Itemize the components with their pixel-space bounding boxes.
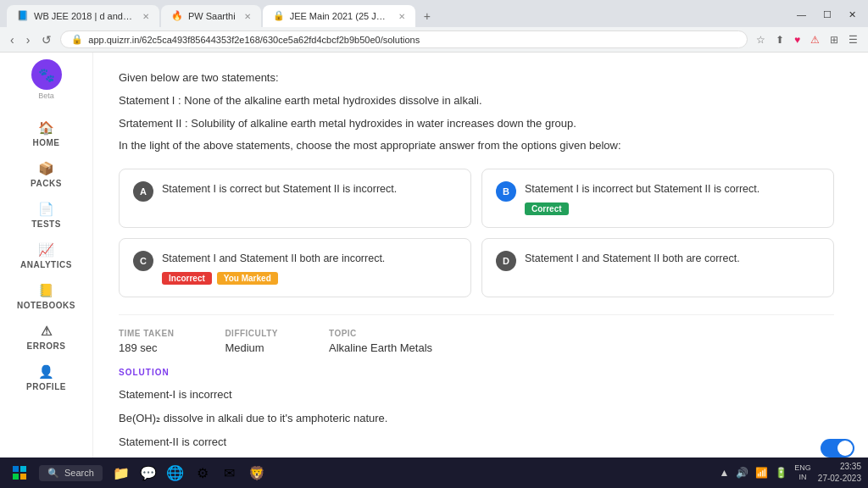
tab3-label: JEE Main 2021 (25 Jul Shift 1) - Q... bbox=[290, 11, 390, 21]
option-c[interactable]: C Statement I and Statement II both are … bbox=[119, 238, 471, 297]
alert-icon[interactable]: ⚠ bbox=[807, 32, 823, 47]
option-a-text: Statement I is correct but Statement II … bbox=[162, 181, 397, 197]
question-instruction: In the light of the above statements, ch… bbox=[119, 137, 834, 155]
option-d-letter: D bbox=[496, 251, 516, 271]
difficulty-label: DIFFICULTY bbox=[225, 329, 278, 338]
logo-icon: 🐾 bbox=[31, 59, 62, 90]
time-display: 23:35 bbox=[818, 461, 861, 473]
solution-label: SOLUTION bbox=[119, 368, 834, 377]
packs-icon: 📦 bbox=[38, 161, 55, 176]
meta-difficulty: DIFFICULTY Medium bbox=[225, 329, 278, 354]
sidebar-item-analytics[interactable]: 📈 ANALYTICS bbox=[0, 236, 92, 276]
speaker-icon[interactable]: 🔊 bbox=[736, 467, 748, 479]
option-c-badges: Incorrect You Marked bbox=[162, 272, 385, 285]
address-bar: ‹ › ↺ 🔒 app.quizrr.in/62c5ca493f85644353… bbox=[0, 27, 868, 52]
sidebar-item-profile[interactable]: 👤 PROFILE bbox=[0, 358, 92, 398]
taskbar-settings-icon[interactable]: ⚙ bbox=[191, 461, 214, 485]
forward-button[interactable]: › bbox=[23, 31, 34, 48]
url-input[interactable]: 🔒 app.quizrr.in/62c5ca493f85644353f2e168… bbox=[60, 30, 748, 48]
wifi-icon[interactable]: 📶 bbox=[755, 467, 768, 479]
solution-line-1: Statement-I is incorrect bbox=[119, 385, 834, 404]
sidebar-notebooks-label: NOTEBOOKS bbox=[17, 301, 75, 310]
taskbar-brave-icon[interactable]: 🦁 bbox=[245, 461, 269, 485]
minimize-button[interactable]: — bbox=[792, 8, 811, 21]
statement-1: Statement I : None of the alkaline earth… bbox=[119, 92, 834, 110]
taskbar: 🔍 Search 📁 💬 🌐 ⚙ ✉ 🦁 ▲ 🔊 📶 🔋 ENGIN 23:35… bbox=[0, 458, 868, 488]
taskbar-search[interactable]: 🔍 Search bbox=[39, 465, 103, 481]
address-actions: ☆ ⬆ ♥ ⚠ ⊞ ☰ bbox=[753, 32, 861, 47]
option-b-text: Statement I is incorrect but Statement I… bbox=[525, 181, 760, 197]
tab-3-active[interactable]: 🔒 JEE Main 2021 (25 Jul Shift 1) - Q... … bbox=[263, 5, 415, 27]
option-d-text: Statement I and Statement II both are co… bbox=[525, 251, 740, 267]
tab1-label: WB JEE 2018 | d and f Block Element... bbox=[34, 11, 134, 21]
sidebar-toggle-icon[interactable]: ☰ bbox=[845, 32, 861, 47]
content-area: Given below are two statements: Statemen… bbox=[93, 53, 868, 483]
maximize-button[interactable]: ☐ bbox=[818, 8, 837, 22]
time-label: TIME TAKEN bbox=[119, 329, 174, 338]
home-icon: 🏠 bbox=[38, 120, 55, 136]
taskbar-chat-icon[interactable]: 💬 bbox=[136, 461, 160, 485]
close-button[interactable]: ✕ bbox=[843, 8, 861, 22]
taskbar-mail-icon[interactable]: ✉ bbox=[218, 461, 242, 485]
lang-label: ENGIN bbox=[794, 463, 811, 482]
sidebar-errors-label: ERRORS bbox=[27, 341, 66, 351]
heart-icon[interactable]: ♥ bbox=[791, 32, 804, 47]
tab2-label: PW Saarthi bbox=[188, 11, 236, 21]
meta-row: TIME TAKEN 189 sec DIFFICULTY Medium TOP… bbox=[119, 314, 834, 354]
svg-rect-1 bbox=[20, 466, 26, 472]
option-d[interactable]: D Statement I and Statement II both are … bbox=[481, 238, 834, 297]
taskbar-edge-icon[interactable]: 🌐 bbox=[164, 461, 187, 485]
option-a-letter: A bbox=[133, 181, 153, 202]
tab2-favicon: 🔥 bbox=[171, 10, 183, 22]
option-d-content: Statement I and Statement II both are co… bbox=[525, 251, 740, 267]
date-display: 27-02-2023 bbox=[818, 473, 861, 485]
analytics-icon: 📈 bbox=[38, 242, 55, 258]
toggle-wrapper bbox=[821, 439, 854, 458]
sidebar-item-notebooks[interactable]: 📒 NOTEBOOKS bbox=[0, 276, 92, 317]
options-grid: A Statement I is correct but Statement I… bbox=[119, 169, 834, 297]
tab-bar: 📘 WB JEE 2018 | d and f Block Element...… bbox=[0, 0, 868, 27]
option-b-letter: B bbox=[496, 181, 516, 202]
sidebar-item-errors[interactable]: ⚠ ERRORS bbox=[0, 317, 92, 358]
bookmark-icon[interactable]: ☆ bbox=[753, 32, 769, 47]
toggle-thumb bbox=[837, 441, 853, 456]
sidebar-packs-label: PACKS bbox=[31, 179, 62, 188]
lock-icon: 🔒 bbox=[71, 34, 83, 45]
option-b[interactable]: B Statement I is incorrect but Statement… bbox=[481, 169, 834, 228]
reload-button[interactable]: ↺ bbox=[38, 31, 55, 48]
tab2-close[interactable]: ✕ bbox=[244, 12, 251, 21]
sidebar-logo: 🐾 Beta bbox=[31, 59, 62, 100]
sidebar-tests-label: TESTS bbox=[31, 219, 61, 229]
taskbar-files-icon[interactable]: 📁 bbox=[109, 461, 133, 485]
battery-icon[interactable]: 🔋 bbox=[775, 467, 787, 479]
svg-rect-0 bbox=[13, 466, 19, 472]
search-icon: 🔍 bbox=[47, 468, 59, 479]
tab-grid-icon[interactable]: ⊞ bbox=[826, 32, 842, 47]
sidebar-profile-label: PROFILE bbox=[26, 382, 66, 391]
tests-icon: 📄 bbox=[38, 202, 55, 217]
question-intro: Given below are two statements: bbox=[119, 69, 834, 87]
sidebar-item-packs[interactable]: 📦 PACKS bbox=[0, 154, 92, 195]
start-button[interactable] bbox=[7, 460, 32, 485]
solution-line-2: Be(OH)₂ dissolve in alkali due to it's a… bbox=[119, 409, 834, 428]
main-layout: 🐾 Beta 🏠 HOME 📦 PACKS 📄 TESTS 📈 ANALYTIC… bbox=[0, 53, 868, 483]
toggle-switch[interactable] bbox=[821, 439, 854, 458]
incorrect-badge: Incorrect bbox=[162, 272, 212, 285]
you-marked-badge: You Marked bbox=[217, 272, 278, 285]
back-button[interactable]: ‹ bbox=[7, 31, 18, 48]
up-arrow-icon[interactable]: ▲ bbox=[719, 467, 729, 479]
share-icon[interactable]: ⬆ bbox=[772, 32, 787, 47]
logo-beta-label: Beta bbox=[38, 92, 54, 100]
tab-1[interactable]: 📘 WB JEE 2018 | d and f Block Element...… bbox=[7, 5, 159, 27]
sidebar-analytics-label: ANALYTICS bbox=[20, 260, 72, 269]
system-clock: 23:35 27-02-2023 bbox=[818, 461, 861, 485]
sidebar-item-tests[interactable]: 📄 TESTS bbox=[0, 195, 92, 236]
sidebar-item-home[interactable]: 🏠 HOME bbox=[0, 114, 92, 154]
tab3-close[interactable]: ✕ bbox=[398, 12, 405, 21]
new-tab-button[interactable]: + bbox=[417, 6, 437, 26]
window-controls: — ☐ ✕ bbox=[792, 8, 861, 25]
tab1-close[interactable]: ✕ bbox=[142, 12, 149, 21]
option-a[interactable]: A Statement I is correct but Statement I… bbox=[119, 169, 471, 228]
sidebar-home-label: HOME bbox=[33, 138, 60, 147]
tab-2[interactable]: 🔥 PW Saarthi ✕ bbox=[161, 5, 261, 27]
